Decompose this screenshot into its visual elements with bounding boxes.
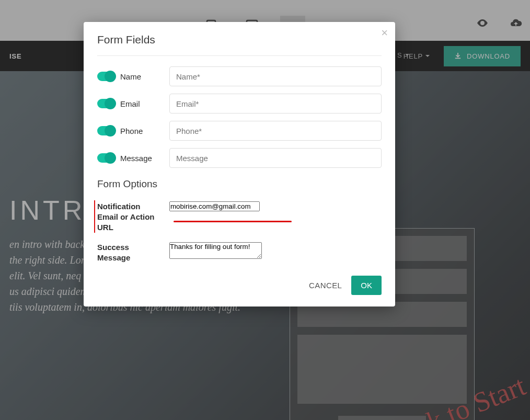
email-placeholder-input[interactable] [169,94,382,113]
toggle-name[interactable] [97,72,115,81]
field-row-name: Name [97,66,382,86]
success-row: Success Message Thanks for filling out f… [97,242,382,263]
notification-email-input[interactable] [169,201,260,211]
topbar-actions [476,17,522,31]
highlight-bar [94,200,95,233]
form-fields-modal: × Form Fields Name Email Phone Message F… [84,22,395,307]
close-icon[interactable]: × [381,26,388,40]
brand-text: ISE [9,52,21,60]
download-button[interactable]: DOWNLOAD [444,46,521,66]
ok-button[interactable]: OK [351,276,382,295]
toggle-message[interactable] [97,153,115,163]
get-started-button[interactable]: GET STARTED [338,416,426,420]
nav-dropdown-partial[interactable]: S [397,51,410,59]
phone-placeholder-input[interactable] [169,121,382,141]
toggle-phone[interactable] [97,126,115,135]
message-placeholder-input[interactable] [169,148,382,168]
download-icon [454,52,462,60]
name-placeholder-input[interactable] [169,66,382,86]
highlight-underline [174,221,292,222]
field-label: Name [120,72,141,81]
success-message-input[interactable]: Thanks for filling out form! [169,242,262,259]
notification-label: Notification Email or Action URL [97,201,162,233]
modal-footer: CANCEL OK [97,273,382,295]
field-row-email: Email [97,94,382,113]
eye-icon[interactable] [476,17,489,31]
field-label: Phone [120,127,143,135]
field-row-phone: Phone [97,121,382,141]
notification-row: Notification Email or Action URL [97,201,382,233]
field-label: Email [120,99,140,108]
modal-title: Form Fields [97,33,382,56]
field-row-message: Message [97,148,382,168]
cancel-button[interactable]: CANCEL [309,281,342,290]
toggle-email[interactable] [97,99,115,108]
contact-message-field[interactable] [297,335,467,404]
success-label: Success Message [97,242,162,263]
field-label: Message [120,154,152,163]
cloud-upload-icon[interactable] [510,17,522,31]
download-label: DOWNLOAD [467,52,510,60]
form-options-title: Form Options [97,178,382,190]
